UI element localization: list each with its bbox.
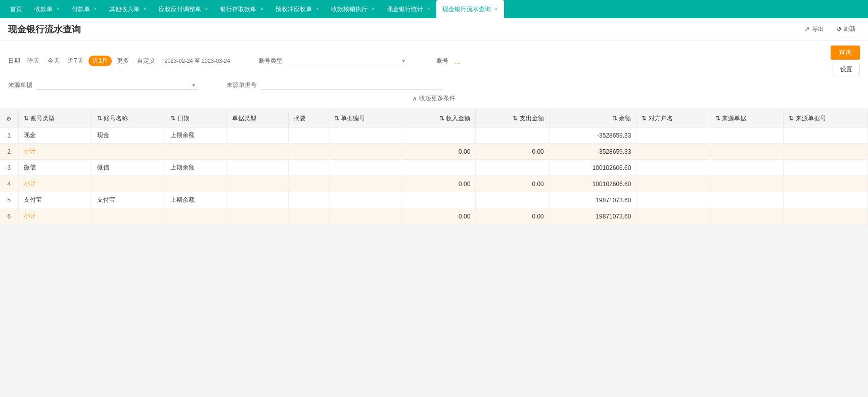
table-row: 2小计0.000.00-3528659.33 <box>0 144 868 160</box>
date-opt-more[interactable]: 更多 <box>114 56 132 66</box>
collapse-bar[interactable]: ∧ 收起更多条件 <box>8 94 860 103</box>
nav-ar-ap-adjust-label: 应收应付调整单 <box>159 0 201 18</box>
nav-payment-close[interactable]: × <box>94 0 97 18</box>
filter-area: 日期 昨天 今天 近7天 近1月 更多 自定义 2023-02-24 至 202… <box>0 40 868 108</box>
col-account-type-label: ⇅ 账号类型 <box>24 115 55 122</box>
col-account-type[interactable]: ⇅ 账号类型 <box>18 110 92 127</box>
table-cell: 100102606.60 <box>549 160 636 176</box>
nav-collection[interactable]: 收款核销执行 × <box>325 0 381 18</box>
table-cell <box>289 176 329 192</box>
nav-prepay[interactable]: 预收冲应收单 × <box>269 0 325 18</box>
table-cell <box>289 127 329 144</box>
table-cell <box>329 127 402 144</box>
nav-cash-flow-close[interactable]: × <box>495 0 498 18</box>
nav-collection-close[interactable]: × <box>372 0 375 18</box>
account-no-label: 账号 <box>436 57 448 65</box>
col-doc-no[interactable]: ⇅ 单据编号 <box>329 110 402 127</box>
table-cell: 小计 <box>18 176 92 192</box>
date-opt-yesterday[interactable]: 昨天 <box>24 56 42 66</box>
page-title: 现金银行流水查询 <box>8 23 81 35</box>
col-source-doc-no[interactable]: ⇅ 来源单据号 <box>784 110 868 127</box>
table-cell: 19871073.60 <box>549 192 636 208</box>
nav-bank-deposit-close[interactable]: × <box>260 0 263 18</box>
nav-home-label: 首页 <box>10 0 22 18</box>
date-opt-7days[interactable]: 近7天 <box>65 56 86 66</box>
nav-receipt[interactable]: 收款单 × <box>28 0 66 18</box>
source-doc-arrow-icon: ▼ <box>191 82 196 88</box>
col-account-name-label: ⇅ 账号名称 <box>97 115 128 122</box>
table-cell <box>289 192 329 208</box>
table-cell: 上期余额 <box>165 160 227 176</box>
col-source-doc[interactable]: ⇅ 来源单据 <box>710 110 783 127</box>
account-type-arrow-icon: ▼ <box>401 58 406 64</box>
table-cell <box>165 208 227 225</box>
nav-bank-deposit-label: 银行存取款单 <box>220 0 256 18</box>
source-doc-label: 来源单据 <box>8 81 32 90</box>
date-options: 昨天 今天 近7天 近1月 更多 自定义 <box>24 56 158 66</box>
table-cell: 现金 <box>18 127 92 144</box>
account-no-dots-button[interactable]: ... <box>452 57 463 65</box>
table-cell <box>227 192 289 208</box>
nav-ar-ap-close[interactable]: × <box>205 0 208 18</box>
nav-cash-stats[interactable]: 现金银行统计 × <box>381 0 436 18</box>
table-cell <box>636 176 710 192</box>
table-cell <box>92 208 165 225</box>
table-cell <box>92 144 165 160</box>
table-cell <box>289 208 329 225</box>
header-actions: ↗ 导出 ↺ 刷新 <box>800 23 860 35</box>
table-cell <box>636 208 710 225</box>
nav-bank-deposit[interactable]: 银行存取款单 × <box>214 0 269 18</box>
date-range-display: 2023-02-24 至 2023-03-24 <box>164 57 230 65</box>
date-opt-custom[interactable]: 自定义 <box>134 56 158 66</box>
nav-ar-ap-adjust[interactable]: 应收应付调整单 × <box>153 0 214 18</box>
source-doc-select[interactable]: ▼ <box>36 81 198 90</box>
col-date[interactable]: ⇅ 日期 <box>165 110 227 127</box>
date-label: 日期 <box>8 57 20 65</box>
nav-home[interactable]: 首页 <box>4 0 28 18</box>
export-button[interactable]: ↗ 导出 <box>800 23 828 35</box>
collapse-chevron-icon: ∧ <box>413 95 417 102</box>
col-source-doc-no-label: ⇅ 来源单据号 <box>789 115 826 122</box>
settings-button[interactable]: 设置 <box>833 63 860 76</box>
col-summary: 摘要 <box>289 110 329 127</box>
source-doc-no-label: 来源单据号 <box>226 81 257 90</box>
table-cell: 支付宝 <box>92 192 165 208</box>
table-cell <box>227 144 289 160</box>
table-cell: 0.00 <box>402 176 475 192</box>
col-doc-no-label: ⇅ 单据编号 <box>334 115 365 122</box>
nav-other-income-close[interactable]: × <box>144 0 147 18</box>
col-income-label: ⇅ 收入金额 <box>439 115 470 122</box>
page-header: 现金银行流水查询 ↗ 导出 ↺ 刷新 <box>0 18 868 40</box>
refresh-button[interactable]: ↺ 刷新 <box>832 23 860 35</box>
table-cell <box>710 176 783 192</box>
query-button[interactable]: 查询 <box>831 46 860 60</box>
col-income[interactable]: ⇅ 收入金额 <box>402 110 475 127</box>
date-opt-today[interactable]: 今天 <box>44 56 63 66</box>
nav-receipt-close[interactable]: × <box>57 0 60 18</box>
date-opt-1month[interactable]: 近1月 <box>88 56 112 66</box>
nav-cash-flow[interactable]: 现金银行流水查询 × <box>436 0 504 18</box>
col-expense[interactable]: ⇅ 支出金额 <box>476 110 549 127</box>
filter-row-2: 来源单据 ▼ 来源单据号 <box>8 80 860 90</box>
col-gear[interactable]: ⚙ <box>0 110 18 127</box>
source-doc-no-input[interactable] <box>261 80 443 90</box>
table-cell: 2 <box>0 144 18 160</box>
nav-payment[interactable]: 付款单 × <box>66 0 103 18</box>
table-cell <box>329 144 402 160</box>
nav-other-income[interactable]: 其他收入单 × <box>103 0 153 18</box>
table-cell <box>289 160 329 176</box>
table-cell: -3528659.33 <box>549 127 636 144</box>
source-doc-filter-group: 来源单据 ▼ <box>8 81 198 90</box>
export-icon: ↗ <box>804 25 810 33</box>
nav-other-income-label: 其他收入单 <box>109 0 140 18</box>
nav-prepay-close[interactable]: × <box>316 0 319 18</box>
table-row: 5支付宝支付宝上期余额19871073.60 <box>0 192 868 208</box>
table-cell <box>784 144 868 160</box>
nav-cash-stats-close[interactable]: × <box>427 0 430 18</box>
col-balance[interactable]: ⇅ 余额 <box>549 110 636 127</box>
table-cell <box>329 192 402 208</box>
col-counterparty[interactable]: ⇅ 对方户名 <box>636 110 710 127</box>
table-row: 3微信微信上期余额100102606.60 <box>0 160 868 176</box>
account-type-select[interactable]: ▼ <box>287 57 408 65</box>
col-account-name[interactable]: ⇅ 账号名称 <box>92 110 165 127</box>
